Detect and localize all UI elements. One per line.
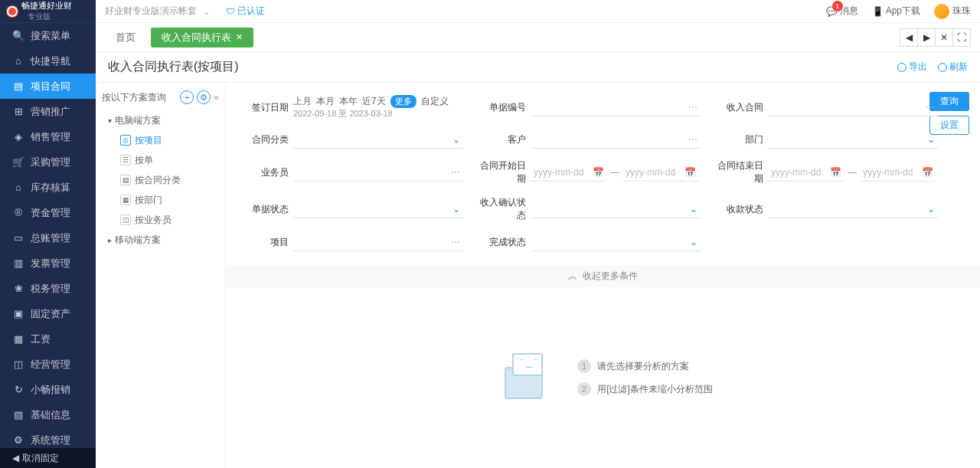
- download-button[interactable]: 📱 App下载: [872, 5, 920, 18]
- input-contract-cat[interactable]: [293, 130, 463, 149]
- nav-stock[interactable]: ⌂库存核算: [0, 175, 96, 200]
- nav-purchase[interactable]: 🛒采购管理: [0, 149, 96, 175]
- tree-by-doc[interactable]: ☰按单: [102, 150, 219, 170]
- caret-down-icon: ▾: [108, 116, 112, 125]
- empty-step-2: 2用[过滤]条件来缩小分析范围: [577, 382, 713, 396]
- export-button[interactable]: 导出: [897, 61, 927, 74]
- empty-step-1: 1请先选择要分析的方案: [577, 359, 713, 373]
- refresh-icon: ↻: [12, 384, 24, 396]
- list-icon: ▤: [120, 175, 131, 185]
- more-icon[interactable]: ⋯: [451, 237, 460, 247]
- dash: —: [610, 167, 619, 178]
- opt-seven-days[interactable]: 近7天: [362, 95, 386, 108]
- logo-edition: 专业版: [28, 11, 72, 22]
- tree-by-project[interactable]: ◎按项目: [102, 130, 219, 150]
- sidebar-unpin[interactable]: ◀ 取消固定: [0, 448, 96, 468]
- input-income-contract[interactable]: [768, 98, 938, 116]
- sign-date-range: 2022-09-18 至 2023-03-18: [293, 108, 449, 119]
- refresh-button[interactable]: 刷新: [938, 61, 968, 74]
- tree-setting-button[interactable]: ⚙: [197, 90, 211, 104]
- opt-custom[interactable]: 自定义: [421, 95, 449, 108]
- tree-group-pc[interactable]: ▾电脑端方案: [102, 110, 219, 130]
- input-customer[interactable]: [531, 130, 701, 149]
- tab-active[interactable]: 收入合同执行表 ✕: [151, 28, 253, 47]
- nav-ledger[interactable]: ▭总账管理: [0, 225, 96, 250]
- nav-operation[interactable]: ◫经营管理: [0, 352, 96, 377]
- nav-reimburse[interactable]: ↻小畅报销: [0, 377, 96, 402]
- more-icon[interactable]: ⋯: [688, 134, 697, 145]
- input-dept[interactable]: [768, 130, 938, 149]
- calendar-icon[interactable]: 📅: [830, 167, 841, 178]
- nav-quick[interactable]: ⌂快捷导航: [0, 48, 96, 74]
- nav-system[interactable]: ⚙系统管理: [0, 427, 96, 448]
- opt-more[interactable]: 更多: [390, 95, 416, 108]
- nav-search-menu[interactable]: 🔍搜索菜单: [0, 23, 96, 48]
- house-icon: ⌂: [12, 182, 24, 194]
- verified-badge: 🛡 已认证: [226, 5, 265, 18]
- nav-base[interactable]: ▧基础信息: [0, 402, 96, 427]
- collapse-conditions-button[interactable]: ︽ 收起更多条件: [226, 265, 980, 287]
- cube-icon: ◈: [12, 131, 24, 143]
- tree-by-salesman[interactable]: ◫按业务员: [102, 210, 219, 230]
- more-icon[interactable]: ⋯: [926, 102, 935, 113]
- nav-marketing[interactable]: ⊞营销推广: [0, 99, 96, 124]
- nav-tax[interactable]: ❀税务管理: [0, 276, 96, 301]
- calendar-icon[interactable]: 📅: [593, 167, 604, 178]
- page-title: 收入合同执行表(按项目): [108, 59, 897, 75]
- input-doc-status[interactable]: [293, 200, 463, 218]
- home-icon: ⌂: [12, 55, 24, 67]
- input-done-status[interactable]: [531, 233, 701, 251]
- tab-next-button[interactable]: ▶: [917, 28, 936, 47]
- receipt-icon: ▥: [12, 257, 24, 270]
- label-project: 项目: [241, 236, 289, 249]
- input-collect-status[interactable]: [768, 200, 938, 218]
- dash: —: [848, 167, 857, 178]
- caret-right-icon: ▸: [108, 236, 112, 244]
- gear-icon: ⚙: [12, 434, 24, 447]
- calendar-icon[interactable]: 📅: [684, 167, 696, 178]
- add-scheme-button[interactable]: +: [180, 90, 194, 104]
- tree-group-mobile[interactable]: ▸移动端方案: [102, 230, 219, 250]
- chevron-down-icon[interactable]: ⌄: [927, 134, 935, 145]
- filter-area: 查询 设置 签订日期 上月 本月 本年: [226, 83, 980, 468]
- account-dropdown[interactable]: 好业财专业版演示帐套 ⌄: [105, 5, 211, 18]
- content: 按以下方案查询 + ⚙ « ▾电脑端方案 ◎按项目 ☰按单 ▤按合同分类 ▦按部…: [96, 83, 980, 468]
- nav-salary[interactable]: ▦工资: [0, 326, 96, 352]
- tab-prev-button[interactable]: ◀: [900, 28, 918, 47]
- nav-invoice[interactable]: ▥发票管理: [0, 250, 96, 276]
- more-icon[interactable]: ⋯: [688, 102, 697, 113]
- chevron-down-icon[interactable]: ⌄: [452, 134, 460, 145]
- opt-this-year[interactable]: 本年: [339, 95, 358, 108]
- nav-sales[interactable]: ◈销售管理: [0, 124, 96, 149]
- chevron-down-icon[interactable]: ⌄: [690, 204, 697, 214]
- chevron-down-icon[interactable]: ⌄: [452, 204, 460, 214]
- more-icon[interactable]: ⋯: [451, 167, 460, 178]
- input-project[interactable]: [293, 233, 463, 251]
- tab-close-all-button[interactable]: ✕: [935, 28, 953, 47]
- calendar-icon[interactable]: 📅: [922, 167, 933, 178]
- collapse-tree-button[interactable]: «: [214, 92, 219, 103]
- opt-this-month[interactable]: 本月: [316, 95, 335, 108]
- tree-by-dept[interactable]: ▦按部门: [102, 190, 219, 210]
- close-icon[interactable]: ✕: [236, 32, 243, 42]
- tab-home[interactable]: 首页: [105, 28, 146, 47]
- input-confirm-status[interactable]: [531, 200, 701, 218]
- chevron-down-icon[interactable]: ⌄: [690, 237, 697, 247]
- label-customer: 客户: [479, 133, 526, 146]
- phone-icon: 📱: [872, 6, 884, 17]
- nav-asset[interactable]: ▣固定资产: [0, 301, 96, 326]
- bars-icon: ☰: [120, 155, 131, 165]
- chevron-down-icon[interactable]: ⌄: [927, 204, 935, 214]
- book-icon: ▭: [12, 232, 24, 244]
- message-button[interactable]: 💬 消息 1: [826, 5, 858, 18]
- empty-state: 1请先选择要分析的方案 2用[过滤]条件来缩小分析范围: [226, 287, 980, 468]
- input-salesman[interactable]: [293, 163, 463, 182]
- user-menu[interactable]: 珠珠: [934, 4, 971, 19]
- opt-last-month[interactable]: 上月: [293, 95, 312, 108]
- logo-brand: 畅捷通好业财: [21, 0, 72, 11]
- tree-by-category[interactable]: ▤按合同分类: [102, 170, 219, 190]
- nav-project-contract[interactable]: ▤项目合同: [0, 74, 96, 99]
- input-doc-no[interactable]: [531, 98, 701, 116]
- nav-fund[interactable]: ®资金管理: [0, 200, 96, 225]
- tab-fullscreen-button[interactable]: ⛶: [952, 28, 971, 47]
